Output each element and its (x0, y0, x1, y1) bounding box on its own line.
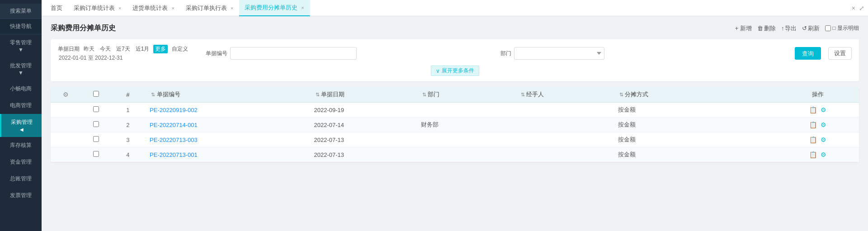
doc-no-label: 单据编号 (206, 50, 227, 57)
row-action-3: 📋 ⚙ (777, 147, 859, 162)
row-more-icon-3[interactable]: ⚙ (821, 151, 826, 158)
row-check-1 (81, 118, 111, 132)
show-cols-checkbox[interactable] (825, 25, 831, 31)
shortcut-custom[interactable]: 自定义 (170, 45, 189, 53)
shortcut-more[interactable]: 更多 (153, 45, 168, 53)
sidebar-item-accounting[interactable]: 总账管理 (0, 170, 42, 187)
page-header: 采购费用分摊单历史 + 新增 🗑 删除 ↑ 导出 ↺ 刷新 □ 显示明细 (51, 24, 859, 33)
refresh-button[interactable]: ↺ 刷新 (802, 24, 820, 33)
col-settings-header[interactable]: ⚙ (51, 87, 81, 103)
sidebar-item-retail[interactable]: 零售管理 ▼ (0, 34, 42, 57)
col-docno-header[interactable]: ⇅ 单据编号 (144, 87, 308, 103)
toolbar: + 新增 🗑 删除 ↑ 导出 ↺ 刷新 □ 显示明细 (735, 24, 859, 33)
date-shortcuts: 昨天 今天 近7天 近1月 更多 自定义 (82, 45, 189, 53)
row-edit-icon-1[interactable]: 📋 (809, 121, 817, 128)
row-settings-1 (51, 118, 81, 132)
sidebar-item-search[interactable]: 搜索菜单 (0, 4, 42, 19)
table-row: 4 PE-20220713-001 2022-07-13 按金额 📋 ⚙ (51, 147, 859, 162)
dept-label: 部门 (500, 50, 511, 57)
sort-handler-icon: ⇅ (521, 92, 525, 98)
shortcut-yesterday[interactable]: 昨天 (82, 45, 96, 53)
tab-close-purchase-exec[interactable]: × (231, 0, 233, 16)
row-edit-icon-2[interactable]: 📋 (809, 136, 817, 143)
row-docno-0: PE-20220919-002 (144, 103, 308, 118)
row-more-icon-1[interactable]: ⚙ (821, 121, 826, 128)
tab-close-cost-split[interactable]: × (301, 0, 304, 16)
expand-icon[interactable]: ⤢ (859, 5, 864, 12)
row-action-0: 📋 ⚙ (777, 103, 859, 118)
export-icon: ↑ (781, 25, 784, 32)
add-button[interactable]: + 新增 (735, 24, 752, 33)
tab-bar-controls: × ⤢ (852, 5, 864, 12)
tab-home[interactable]: 首页 (45, 0, 68, 16)
row-handler-2 (514, 132, 613, 147)
row-checkbox-1[interactable] (93, 121, 99, 127)
date-range-display: 2022-01-01 至 2022-12-31 (59, 54, 123, 62)
col-date-header[interactable]: ⇅ 单据日期 (309, 87, 415, 103)
row-action-2: 📋 ⚙ (777, 132, 859, 147)
content-area: 采购费用分摊单历史 + 新增 🗑 删除 ↑ 导出 ↺ 刷新 □ 显示明细 (42, 16, 868, 231)
row-check-0 (81, 103, 111, 118)
row-more-icon-0[interactable]: ⚙ (821, 106, 826, 113)
table-header-row: ⚙ # ⇅ 单据编号 ⇅ 单据日期 (51, 87, 859, 103)
sidebar-item-mobile-ecom[interactable]: 小畅电商 (0, 80, 42, 97)
row-num-3: 4 (111, 147, 144, 162)
col-method-header[interactable]: ⇅ 分摊方式 (613, 87, 777, 103)
col-dept-header[interactable]: ⇅ 部门 (415, 87, 514, 103)
col-action-header: 操作 (777, 87, 859, 103)
tab-close-purchase-stats[interactable]: × (118, 0, 121, 16)
export-button[interactable]: ↑ 导出 (781, 24, 797, 33)
row-check-3 (81, 147, 111, 162)
sidebar: 搜索菜单 快捷导航 零售管理 ▼ 批发管理 ▼ 小畅电商 电商管理 采购管理 ◀… (0, 0, 42, 231)
tab-purchase-stats[interactable]: 采购订单统计表 × (68, 0, 127, 16)
row-edit-icon-3[interactable]: 📋 (809, 151, 817, 158)
row-checkbox-0[interactable] (93, 106, 99, 112)
row-date-3: 2022-07-13 (309, 147, 415, 162)
sidebar-item-wholesale[interactable]: 批发管理 ▼ (0, 57, 42, 80)
show-cols-toggle[interactable]: □ 显示明细 (825, 24, 859, 32)
shortcut-1month[interactable]: 近1月 (134, 45, 151, 53)
row-dept-2 (415, 132, 514, 147)
tab-cost-split[interactable]: 采购费用分摊单历史 × (239, 0, 310, 16)
row-method-1: 按金额 (613, 118, 777, 132)
shortcut-today[interactable]: 今天 (99, 45, 112, 53)
sidebar-item-ecom[interactable]: 电商管理 (0, 97, 42, 114)
table-row: 3 PE-20220713-003 2022-07-13 按金额 📋 ⚙ (51, 132, 859, 147)
data-table-wrapper: ⚙ # ⇅ 单据编号 ⇅ 单据日期 (51, 87, 859, 162)
doc-no-input[interactable] (230, 47, 357, 60)
row-dept-0 (415, 103, 514, 118)
chevron-down-icon: ∨ (436, 68, 440, 74)
row-edit-icon-0[interactable]: 📋 (809, 106, 817, 113)
table-row: 2 PE-20220714-001 2022-07-14 财务部 按金额 📋 ⚙ (51, 118, 859, 132)
sidebar-item-invoice[interactable]: 发票管理 (0, 187, 42, 204)
query-button[interactable]: 查询 (795, 47, 821, 60)
row-checkbox-3[interactable] (93, 151, 99, 157)
row-docno-link-0[interactable]: PE-20220919-002 (150, 107, 198, 113)
sidebar-item-purchase[interactable]: 采购管理 ◀ (0, 114, 42, 137)
sidebar-item-inventory[interactable]: 库存核算 (0, 137, 42, 154)
settings-button[interactable]: 设置 (828, 47, 852, 60)
sidebar-item-quick-nav[interactable]: 快捷导航 (0, 19, 42, 34)
row-handler-3 (514, 147, 613, 162)
row-more-icon-2[interactable]: ⚙ (821, 136, 826, 143)
select-all-checkbox[interactable] (93, 91, 99, 97)
close-all-icon[interactable]: × (852, 5, 855, 12)
tab-stock-stats[interactable]: 进货单统计表 × (127, 0, 180, 16)
row-checkbox-2[interactable] (93, 136, 99, 142)
expand-more-button[interactable]: ∨ 展开更多条件 (431, 66, 479, 76)
chevron-down-icon: ▼ (18, 70, 24, 76)
row-settings-2 (51, 132, 81, 147)
sidebar-item-finance[interactable]: 资金管理 (0, 154, 42, 170)
dept-select[interactable] (514, 47, 604, 60)
row-docno-link-1[interactable]: PE-20220714-001 (150, 122, 198, 128)
col-handler-header[interactable]: ⇅ 经手人 (514, 87, 613, 103)
shortcut-7days[interactable]: 近7天 (115, 45, 132, 53)
table-row: 1 PE-20220919-002 2022-09-19 按金额 📋 ⚙ (51, 103, 859, 118)
row-docno-link-2[interactable]: PE-20220713-003 (150, 137, 198, 143)
delete-button[interactable]: 🗑 删除 (757, 24, 776, 33)
tab-close-stock-stats[interactable]: × (171, 0, 174, 16)
row-docno-link-3[interactable]: PE-20220713-001 (150, 151, 198, 158)
row-settings-0 (51, 103, 81, 118)
row-method-2: 按金额 (613, 132, 777, 147)
tab-purchase-exec[interactable]: 采购订单执行表 × (180, 0, 239, 16)
